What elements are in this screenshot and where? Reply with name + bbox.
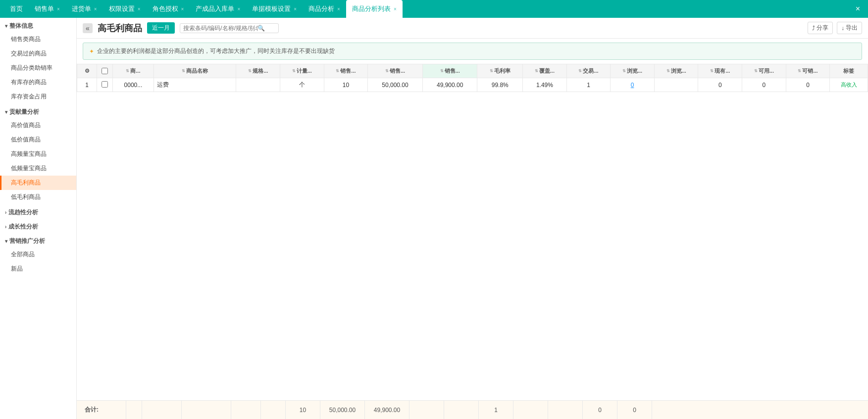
content-area: « 高毛利商品 近一月 🔍 ⤴ 分享 ↓ 导出 ✦ 企业的主要 xyxy=(77,18,868,419)
cell-checkbox[interactable] xyxy=(97,78,113,92)
row-checkbox[interactable] xyxy=(102,81,108,88)
search-input[interactable] xyxy=(183,25,257,32)
cell-unit: 个 xyxy=(280,78,324,92)
nav-permission[interactable]: 权限设置 × xyxy=(103,0,147,18)
cell-browse1[interactable]: 0 xyxy=(611,78,655,92)
footer-cells: 10 50,000.00 49,900.00 1 0 0 xyxy=(106,401,868,419)
sort-icon-spec: ⇅ xyxy=(248,69,252,73)
content-header: « 高毛利商品 近一月 🔍 ⤴ 分享 ↓ 导出 xyxy=(77,18,868,39)
data-table: ⚙ ⇅商... ⇅商品名称 ⇅规格... ⇅计量... ⇅销售... ⇅销售..… xyxy=(77,64,868,92)
nav-product-entry[interactable]: 产成品入库单 × xyxy=(190,0,246,18)
sidebar-item-sales-goods[interactable]: 销售类商品 xyxy=(0,32,76,47)
col-saleable: ⇅可销... xyxy=(786,64,830,78)
main-layout: ▾ 整体信息 销售类商品 交易过的商品 商品分类助销率 有库存的商品 库存资金占… xyxy=(0,18,868,419)
sidebar-item-low-value[interactable]: 低价值商品 xyxy=(0,133,76,147)
nav-role[interactable]: 角色授权 × xyxy=(147,0,190,18)
arrow-icon: ▾ xyxy=(5,23,7,29)
footer-current: 0 xyxy=(583,401,617,419)
cell-cover: 1.49% xyxy=(523,78,567,92)
nav-product-analysis-list[interactable]: 商品分析列表 × xyxy=(346,0,403,18)
nav-home[interactable]: 首页 xyxy=(4,0,29,18)
table-area[interactable]: ⚙ ⇅商... ⇅商品名称 ⇅规格... ⇅计量... ⇅销售... ⇅销售..… xyxy=(77,64,868,419)
sort-icon-cover: ⇅ xyxy=(535,69,538,73)
sidebar-section-overall[interactable]: ▾ 整体信息 xyxy=(0,18,76,32)
arrow-icon-5: ▾ xyxy=(5,238,7,244)
sort-icon-gross: ⇅ xyxy=(490,69,493,73)
info-icon: ✦ xyxy=(89,48,94,55)
footer-trade: 1 xyxy=(479,401,513,419)
col-checkbox xyxy=(97,64,113,78)
col-cover: ⇅覆盖... xyxy=(523,64,567,78)
cell-code: 0000... xyxy=(113,78,154,92)
sidebar-item-category-assist[interactable]: 商品分类助销率 xyxy=(0,61,76,75)
select-all-checkbox[interactable] xyxy=(102,68,108,74)
close-template-tab[interactable]: × xyxy=(294,6,297,12)
sidebar-item-in-stock[interactable]: 有库存的商品 xyxy=(0,75,76,90)
sort-icon-saleable: ⇅ xyxy=(798,69,801,73)
sidebar-item-high-value[interactable]: 高价值商品 xyxy=(0,118,76,133)
share-icon: ⤴ xyxy=(812,25,815,32)
footer-spacer10 xyxy=(548,401,583,419)
close-sales-tab[interactable]: × xyxy=(57,6,60,12)
cell-spec xyxy=(236,78,280,92)
sort-icon-sale2: ⇅ xyxy=(385,69,389,73)
footer-spacer7 xyxy=(409,401,444,419)
settings-icon[interactable]: ⚙ xyxy=(85,68,90,74)
period-button[interactable]: 近一月 xyxy=(147,22,175,34)
close-purchase-tab[interactable]: × xyxy=(94,6,97,12)
sidebar: ▾ 整体信息 销售类商品 交易过的商品 商品分类助销率 有库存的商品 库存资金占… xyxy=(0,18,77,419)
sidebar-item-inventory-fund[interactable]: 库存资金占用 xyxy=(0,90,76,104)
nav-template[interactable]: 单据模板设置 × xyxy=(246,0,303,18)
window-close-button[interactable]: × xyxy=(852,4,864,13)
sidebar-section-contribution[interactable]: ▾ 贡献量分析 xyxy=(0,104,76,118)
close-product-analysis-list-tab[interactable]: × xyxy=(394,6,397,12)
footer-available: 0 xyxy=(617,401,652,419)
close-product-analysis-tab[interactable]: × xyxy=(337,6,340,12)
nav-sales[interactable]: 销售单 × xyxy=(29,0,66,18)
table-row: 1 0000... 运费 个 10 50,000.00 49,900.00 99… xyxy=(77,78,868,92)
col-unit: ⇅计量... xyxy=(280,64,324,78)
sidebar-item-all-goods[interactable]: 全部商品 xyxy=(0,247,76,262)
nav-purchase[interactable]: 进货单 × xyxy=(66,0,103,18)
close-role-tab[interactable]: × xyxy=(181,6,184,12)
footer-spacer1 xyxy=(106,401,126,419)
sort-icon: ⇅ xyxy=(126,69,129,73)
cell-tag: 高收入 xyxy=(830,78,868,92)
sidebar-item-low-margin[interactable]: 低毛利商品 xyxy=(0,190,76,204)
nav-product-analysis[interactable]: 商品分析 × xyxy=(303,0,346,18)
sidebar-item-traded-goods[interactable]: 交易过的商品 xyxy=(0,47,76,61)
sort-icon-current: ⇅ xyxy=(710,69,714,73)
sort-icon-browse1: ⇅ xyxy=(622,69,626,73)
footer-sale3: 49,900.00 xyxy=(365,401,409,419)
close-permission-tab[interactable]: × xyxy=(138,6,141,12)
arrow-icon-4: › xyxy=(5,224,6,230)
footer-bar: 合计: 10 50,000.00 49,900.00 1 0 xyxy=(77,400,868,419)
sidebar-section-trend[interactable]: › 流趋性分析 xyxy=(0,204,76,219)
footer-spacer2 xyxy=(126,401,142,419)
sidebar-section-growth[interactable]: › 成长性分析 xyxy=(0,219,76,233)
cell-gross: 99.8% xyxy=(477,78,523,92)
sort-icon-available: ⇅ xyxy=(754,69,758,73)
sidebar-item-high-freq[interactable]: 高频量宝商品 xyxy=(0,147,76,161)
sidebar-item-new-goods[interactable]: 新品 xyxy=(0,262,76,276)
col-gross: ⇅毛利率 xyxy=(477,64,523,78)
info-banner: ✦ 企业的主要的利润都是这部分商品创造的，可考虑加大推广，同时关注库存是不要出现… xyxy=(83,43,862,60)
sort-icon-unit: ⇅ xyxy=(292,69,296,73)
top-nav: 首页 销售单 × 进货单 × 权限设置 × 角色授权 × 产成品入库单 × 单据… xyxy=(0,0,868,18)
share-button[interactable]: ⤴ 分享 xyxy=(808,22,833,34)
cell-sale3: 49,900.00 xyxy=(422,78,477,92)
sidebar-item-low-freq[interactable]: 低频量宝商品 xyxy=(0,161,76,176)
sort-icon-browse2: ⇅ xyxy=(666,69,670,73)
sidebar-item-high-margin[interactable]: 高毛利商品 xyxy=(0,176,76,190)
cell-trade: 1 xyxy=(566,78,611,92)
export-button[interactable]: ↓ 导出 xyxy=(837,22,862,34)
cell-saleable: 0 xyxy=(786,78,830,92)
cell-index: 1 xyxy=(77,78,97,92)
search-icon[interactable]: 🔍 xyxy=(257,25,265,32)
sidebar-section-marketing[interactable]: ▾ 营销推广分析 xyxy=(0,233,76,247)
sort-icon-sale3: ⇅ xyxy=(440,69,444,73)
close-product-entry-tab[interactable]: × xyxy=(237,6,240,12)
col-code: ⇅商... xyxy=(113,64,154,78)
sidebar-collapse-button[interactable]: « xyxy=(83,23,93,33)
header-actions: ⤴ 分享 ↓ 导出 xyxy=(808,22,862,34)
